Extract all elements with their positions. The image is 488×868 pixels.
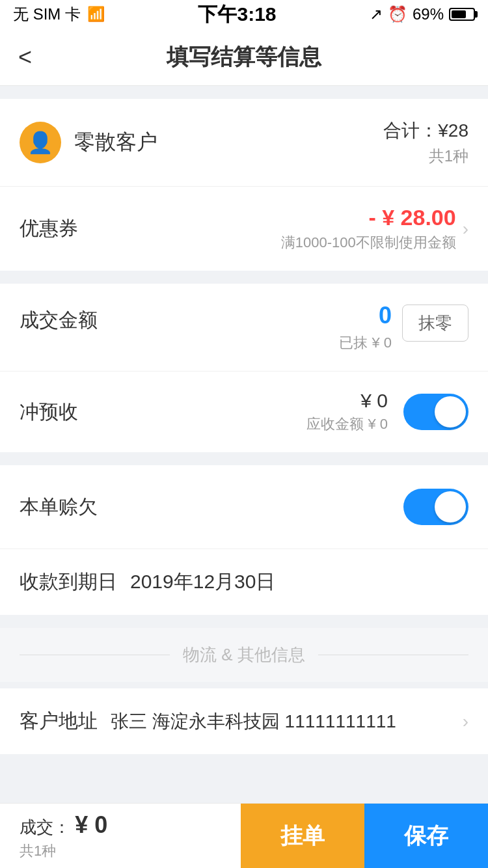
amount-row: 成交金额 0 已抹 ¥ 0 抹零 xyxy=(20,302,468,353)
amount-label: 成交金额 xyxy=(20,307,98,334)
amount-section: 成交金额 0 已抹 ¥ 0 抹零 xyxy=(0,284,488,371)
toggle-thumb xyxy=(435,396,466,427)
customer-total: 合计：¥28 xyxy=(383,118,468,143)
avatar-icon: 👤 xyxy=(27,130,53,155)
coupon-label: 优惠券 xyxy=(20,215,78,242)
location-icon: ↗ xyxy=(370,5,383,23)
due-date-section: 收款到期日 2019年12月30日 xyxy=(0,549,488,615)
alarm-icon: ⏰ xyxy=(388,5,407,23)
debt-toggle[interactable] xyxy=(403,489,468,525)
back-button[interactable]: < xyxy=(18,44,32,71)
address-value: 张三 海淀永丰科技园 11111111111 xyxy=(111,709,463,734)
debt-section: 本单赊欠 xyxy=(0,465,488,549)
carrier-text: 无 SIM 卡 xyxy=(13,4,81,25)
coupon-right: - ¥ 28.00 满1000-100不限制使用金额 › xyxy=(281,205,468,252)
logistics-divider: 物流 & 其他信息 xyxy=(0,628,488,682)
hang-button[interactable]: 挂单 xyxy=(241,804,364,869)
bottom-count: 共1种 xyxy=(20,841,221,861)
page-title: 填写结算等信息 xyxy=(167,42,321,72)
divider-line-left xyxy=(20,655,170,655)
prepay-amount: ¥ 0 xyxy=(306,390,388,412)
prepay-sub: 应收金额 ¥ 0 xyxy=(306,414,388,434)
status-time: 下午3:18 xyxy=(198,1,276,28)
wifi-icon: 📶 xyxy=(87,6,105,23)
save-button[interactable]: 保存 xyxy=(364,804,488,869)
debt-label: 本单赊欠 xyxy=(20,494,98,521)
customer-right: 合计：¥28 共1种 xyxy=(383,118,468,167)
customer-row: 👤 零散客户 合计：¥28 共1种 xyxy=(0,99,488,186)
battery-icon xyxy=(449,8,475,21)
bottom-deal-amount: ¥ 0 xyxy=(75,811,107,838)
address-chevron-icon: › xyxy=(463,711,468,732)
amount-value: 0 xyxy=(339,302,392,329)
coupon-amount: - ¥ 28.00 xyxy=(281,205,456,230)
prepay-info: ¥ 0 应收金额 ¥ 0 xyxy=(306,390,388,434)
bottom-left: 成交： ¥ 0 共1种 xyxy=(0,811,241,861)
battery-text: 69% xyxy=(413,5,444,23)
address-label: 客户地址 xyxy=(20,708,98,735)
prepay-label: 冲预收 xyxy=(20,399,78,426)
customer-count: 共1种 xyxy=(383,146,468,167)
coupon-desc: 满1000-100不限制使用金额 xyxy=(281,233,456,252)
debt-toggle-thumb xyxy=(435,491,466,522)
due-date-row: 收款到期日 2019年12月30日 xyxy=(20,569,468,595)
status-left: 无 SIM 卡 📶 xyxy=(13,4,105,25)
bottom-bar: 成交： ¥ 0 共1种 挂单 保存 xyxy=(0,803,488,868)
amount-sub: 已抹 ¥ 0 xyxy=(339,333,392,353)
bottom-deal-text: 成交： ¥ 0 xyxy=(20,811,221,839)
bottom-deal-label: 成交： xyxy=(20,817,70,837)
avatar: 👤 xyxy=(20,122,61,163)
prepay-section: 冲预收 ¥ 0 应收金额 ¥ 0 xyxy=(0,371,488,452)
coupon-row[interactable]: 优惠券 - ¥ 28.00 满1000-100不限制使用金额 › xyxy=(0,186,488,271)
customer-name: 零散客户 xyxy=(74,128,157,157)
prepay-right: ¥ 0 应收金额 ¥ 0 xyxy=(306,390,468,434)
amount-value-area: 0 已抹 ¥ 0 xyxy=(339,302,392,353)
logistics-label: 物流 & 其他信息 xyxy=(170,644,318,666)
status-bar: 无 SIM 卡 📶 下午3:18 ↗ ⏰ 69% xyxy=(0,0,488,29)
amount-right: 0 已抹 ¥ 0 抹零 xyxy=(339,302,468,353)
status-right: ↗ ⏰ 69% xyxy=(370,5,475,23)
due-date-label: 收款到期日 xyxy=(20,569,117,595)
due-date-value: 2019年12月30日 xyxy=(130,569,275,595)
nav-bar: < 填写结算等信息 xyxy=(0,29,488,86)
round-off-button[interactable]: 抹零 xyxy=(402,305,468,342)
coupon-info: - ¥ 28.00 满1000-100不限制使用金额 xyxy=(281,205,456,252)
customer-left: 👤 零散客户 xyxy=(20,122,157,163)
address-section[interactable]: 客户地址 张三 海淀永丰科技园 11111111111 › xyxy=(0,688,488,754)
divider-line-right xyxy=(318,655,468,655)
chevron-right-icon: › xyxy=(463,219,468,239)
prepay-toggle[interactable] xyxy=(403,394,468,430)
